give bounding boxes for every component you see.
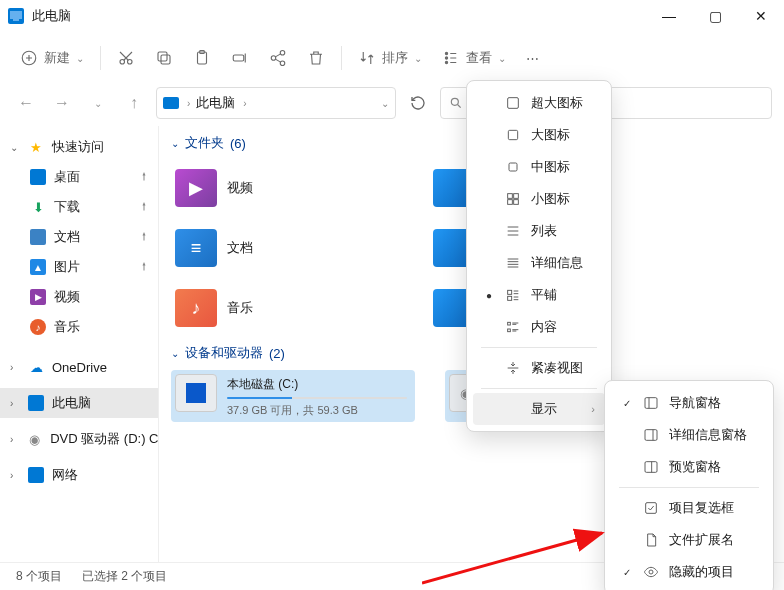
search-icon — [449, 96, 463, 110]
sidebar-thispc[interactable]: ›此电脑 — [0, 388, 158, 418]
menu-item-checkboxes[interactable]: 项目复选框 — [611, 492, 767, 524]
titlebar: 此电脑 — ▢ ✕ — [0, 0, 784, 32]
recent-button[interactable]: ⌄ — [84, 89, 112, 117]
doc-folder-icon: ≡ — [175, 229, 217, 267]
up-button[interactable]: ↑ — [120, 89, 148, 117]
menu-show[interactable]: 显示› — [473, 393, 605, 425]
svg-rect-21 — [514, 194, 519, 199]
svg-rect-23 — [514, 200, 519, 205]
menu-file-extensions[interactable]: 文件扩展名 — [611, 524, 767, 556]
new-button[interactable]: 新建⌄ — [12, 41, 92, 75]
sidebar-quick-access[interactable]: ⌄ ★ 快速访问 — [0, 132, 158, 162]
maximize-button[interactable]: ▢ — [692, 0, 738, 32]
share-button[interactable] — [261, 41, 295, 75]
svg-rect-24 — [508, 290, 512, 294]
close-button[interactable]: ✕ — [738, 0, 784, 32]
sidebar-documents[interactable]: 文档 — [0, 222, 158, 252]
svg-rect-17 — [508, 98, 519, 109]
svg-rect-20 — [508, 194, 513, 199]
copy-button[interactable] — [147, 41, 181, 75]
svg-point-13 — [445, 52, 447, 54]
sort-button[interactable]: 排序⌄ — [350, 41, 430, 75]
menu-small-icons[interactable]: 小图标 — [473, 183, 605, 215]
folder-videos[interactable]: ▶视频 — [171, 160, 399, 216]
toolbar: 新建⌄ 排序⌄ 查看⌄ ⋯ — [0, 32, 784, 84]
plus-circle-icon — [20, 49, 38, 67]
thispc-icon — [8, 8, 24, 24]
menu-preview-pane[interactable]: 预览窗格 — [611, 451, 767, 483]
svg-rect-9 — [233, 55, 244, 61]
menu-compact[interactable]: 紧凑视图 — [473, 352, 605, 384]
minimize-button[interactable]: — — [646, 0, 692, 32]
forward-button[interactable]: → — [48, 89, 76, 117]
sidebar-music[interactable]: ♪音乐 — [0, 312, 158, 342]
folder-music[interactable]: ♪音乐 — [171, 280, 399, 336]
sidebar-videos[interactable]: ▶视频 — [0, 282, 158, 312]
svg-rect-6 — [158, 52, 167, 61]
svg-rect-1 — [13, 19, 19, 21]
refresh-button[interactable] — [404, 89, 432, 117]
item-count: 8 个项目 — [16, 568, 62, 585]
svg-point-10 — [280, 51, 285, 56]
svg-point-32 — [649, 570, 653, 574]
sidebar-network[interactable]: ›网络 — [0, 460, 158, 490]
svg-rect-5 — [161, 55, 170, 64]
star-icon: ★ — [28, 139, 44, 155]
show-submenu: ✓导航窗格 详细信息窗格 预览窗格 项目复选框 文件扩展名 ✓隐藏的项目 — [604, 380, 774, 590]
rename-button[interactable] — [223, 41, 257, 75]
svg-rect-31 — [646, 503, 657, 514]
paste-button[interactable] — [185, 41, 219, 75]
svg-rect-28 — [645, 398, 657, 409]
menu-extra-large-icons[interactable]: 超大图标 — [473, 87, 605, 119]
sidebar-desktop[interactable]: 桌面 — [0, 162, 158, 192]
svg-rect-18 — [508, 130, 517, 139]
svg-rect-29 — [645, 430, 657, 441]
sidebar-downloads[interactable]: ⬇下载 — [0, 192, 158, 222]
svg-point-14 — [445, 57, 447, 59]
sidebar-dvd[interactable]: ›◉DVD 驱动器 (D:) CF — [0, 424, 158, 454]
svg-point-11 — [271, 56, 276, 61]
windows-drive-icon — [175, 374, 217, 412]
selection-count: 已选择 2 个项目 — [82, 568, 167, 585]
menu-navigation-pane[interactable]: ✓导航窗格 — [611, 387, 767, 419]
address-bar[interactable]: › 此电脑 › ⌄ — [156, 87, 396, 119]
cut-button[interactable] — [109, 41, 143, 75]
menu-content[interactable]: 内容 — [473, 311, 605, 343]
svg-rect-27 — [508, 329, 511, 332]
view-menu: 超大图标 大图标 中图标 小图标 列表 详细信息 ●平铺 内容 紧凑视图 显示› — [466, 80, 612, 432]
svg-rect-30 — [645, 462, 657, 473]
svg-rect-25 — [508, 296, 512, 300]
menu-details-pane[interactable]: 详细信息窗格 — [611, 419, 767, 451]
view-button[interactable]: 查看⌄ — [434, 41, 514, 75]
svg-rect-26 — [508, 322, 511, 325]
folder-documents[interactable]: ≡文档 — [171, 220, 399, 276]
sidebar-onedrive[interactable]: ›☁OneDrive — [0, 352, 158, 382]
menu-hidden-items[interactable]: ✓隐藏的项目 — [611, 556, 767, 588]
sidebar-pictures[interactable]: ▲图片 — [0, 252, 158, 282]
music-folder-icon: ♪ — [175, 289, 217, 327]
menu-medium-icons[interactable]: 中图标 — [473, 151, 605, 183]
menu-large-icons[interactable]: 大图标 — [473, 119, 605, 151]
back-button[interactable]: ← — [12, 89, 40, 117]
menu-details[interactable]: 详细信息 — [473, 247, 605, 279]
video-folder-icon: ▶ — [175, 169, 217, 207]
menu-tiles[interactable]: ●平铺 — [473, 279, 605, 311]
delete-button[interactable] — [299, 41, 333, 75]
svg-rect-19 — [509, 163, 517, 171]
drive-c[interactable]: 本地磁盘 (C:) 37.9 GB 可用，共 59.3 GB — [171, 370, 415, 422]
svg-point-16 — [451, 98, 458, 105]
svg-rect-0 — [10, 11, 22, 19]
disc-icon: ◉ — [27, 431, 42, 447]
nav-row: ← → ⌄ ↑ › 此电脑 › ⌄ — [0, 84, 784, 126]
window-title: 此电脑 — [32, 7, 71, 25]
sidebar: ⌄ ★ 快速访问 桌面 ⬇下载 文档 ▲图片 ▶视频 ♪音乐 ›☁OneDriv… — [0, 126, 159, 562]
menu-list[interactable]: 列表 — [473, 215, 605, 247]
svg-point-15 — [445, 61, 447, 63]
more-button[interactable]: ⋯ — [518, 41, 547, 75]
svg-point-12 — [280, 61, 285, 66]
svg-rect-22 — [508, 200, 513, 205]
thispc-icon — [163, 97, 179, 109]
